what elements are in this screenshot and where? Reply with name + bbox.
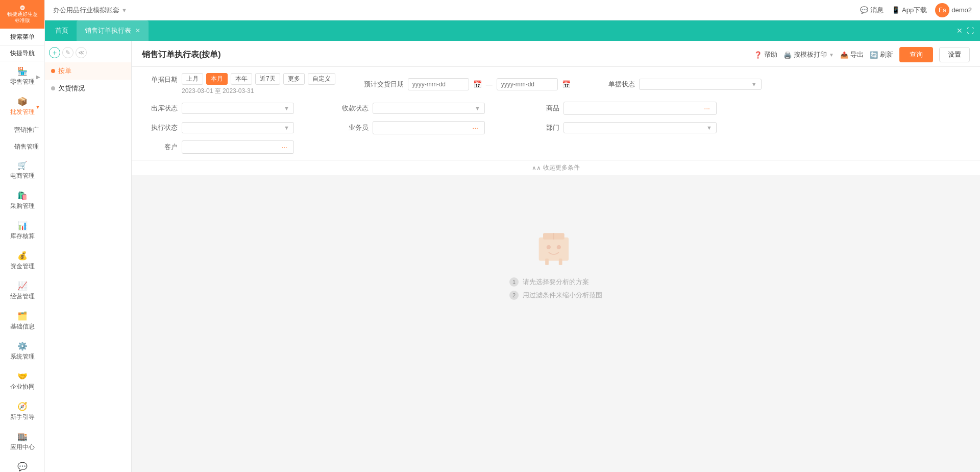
tip-text-1: 请先选择要分析的方案	[523, 277, 589, 287]
svg-rect-2	[539, 238, 569, 261]
sidebar-item-wholesale[interactable]: 📦 批发管理 ▼	[0, 91, 44, 122]
sidebar-item-system[interactable]: ⚙️ 系统管理	[0, 336, 44, 366]
left-panel-item-label: 欠货情况	[58, 84, 85, 93]
date-btn-custom[interactable]: 自定义	[308, 73, 335, 85]
sidebar-item-label: 电商管理	[10, 172, 35, 180]
sidebar-item-appstore[interactable]: 🏬 应用中心	[0, 427, 44, 457]
tip-text-2: 用过滤条件来缩小分析范围	[523, 291, 602, 300]
collapse-panel-btn[interactable]: ≪	[76, 47, 87, 58]
customer-more-icon[interactable]: ···	[279, 143, 289, 151]
sidebar-item-enterprise[interactable]: 🤝 企业协同	[0, 366, 44, 396]
sidebar-item-label: 销售管理	[14, 143, 39, 151]
payment-select[interactable]: ▼	[373, 103, 485, 114]
expected-date-end[interactable]	[497, 78, 558, 90]
staff-select[interactable]: ···	[373, 121, 485, 134]
collapse-btn[interactable]: ∧∧ 收起更多条件	[132, 160, 980, 175]
search-btn[interactable]: 查询	[899, 47, 933, 62]
outbound-dropdown-icon: ▼	[284, 105, 289, 111]
user-label: demo2	[951, 6, 972, 14]
sidebar-item-retail[interactable]: 🏪 零售管理 ▶	[0, 61, 44, 91]
add-scheme-btn[interactable]: +	[49, 47, 60, 58]
tab-expand-icon[interactable]: ⛶	[967, 27, 974, 35]
sidebar-item-label: 系统管理	[10, 352, 35, 361]
date-btn-last-month[interactable]: 上月	[182, 73, 203, 85]
refresh-btn[interactable]: 🔄 刷新	[870, 50, 893, 59]
sidebar-item-guide[interactable]: 🧭 新手引导	[0, 396, 44, 427]
header-right: 💬 消息 📱 App下载 Ea demo2	[860, 3, 972, 17]
tab-sales-order[interactable]: 销售订单执行表 ✕	[77, 20, 149, 41]
ecommerce-icon: 🛒	[17, 160, 28, 170]
export-btn[interactable]: 📤 导出	[840, 50, 864, 59]
dept-label: 部门	[524, 123, 559, 132]
inventory-icon: 📊	[17, 221, 28, 230]
edit-scheme-btn[interactable]: ✎	[62, 47, 74, 58]
sidebar-item-wechat[interactable]: 💬 企业微信	[0, 457, 44, 472]
sidebar: 财 畅捷通好生意 标准版 搜索菜单 快捷导航 🏪 零售管理 ▶ 📦 批发管理 ▼…	[0, 0, 45, 472]
dropdown-icon: ▼	[121, 7, 127, 13]
guide-icon: 🧭	[17, 402, 28, 411]
goods-select[interactable]: ···	[564, 102, 717, 115]
sidebar-item-purchase[interactable]: 🛍️ 采购管理	[0, 185, 44, 216]
sidebar-item-inventory[interactable]: 📊 库存核算	[0, 216, 44, 246]
sidebar-item-marketing[interactable]: 营销推广	[0, 122, 44, 138]
tab-home[interactable]: 首页	[47, 20, 77, 41]
sidebar-item-basic[interactable]: 🗂️ 基础信息	[0, 306, 44, 336]
sidebar-item-label: 应用中心	[10, 443, 35, 452]
tab-close-all-icon[interactable]: ✕	[957, 27, 963, 35]
message-btn[interactable]: 💬 消息	[860, 6, 884, 15]
calendar-icon-start[interactable]: 📅	[473, 80, 482, 88]
outbound-select[interactable]: ▼	[182, 103, 294, 114]
print-btn[interactable]: 🖨️ 按模板打印 ▼	[783, 50, 834, 59]
sidebar-item-label: 营销推广	[14, 126, 39, 134]
company-selector[interactable]: 办公用品行业模拟账套 ▼	[53, 6, 127, 15]
header-left: 办公用品行业模拟账套 ▼	[53, 6, 127, 15]
date-btn-more[interactable]: 更多	[283, 73, 305, 85]
sidebar-item-label: 采购管理	[10, 202, 35, 210]
payment-label: 收款状态	[333, 104, 369, 113]
outbound-label: 出库状态	[142, 104, 178, 113]
right-content: 销售订单执行表(按单) ❓ 帮助 🖨️ 按模板打印 ▼ 📤 导出	[132, 41, 980, 472]
help-btn[interactable]: ❓ 帮助	[754, 50, 777, 59]
goods-more-icon[interactable]: ···	[702, 104, 712, 112]
calendar-icon-end[interactable]: 📅	[562, 80, 571, 88]
filter-row-1: 单据日期 上月 本月 本年 近7天 更多 自定义 20	[142, 73, 970, 96]
export-label: 导出	[850, 50, 864, 59]
content-area: + ✎ ≪ 按单 欠货情况 销售订单执行表(按单) ❓ 帮助	[45, 41, 980, 472]
sidebar-item-label: 库存核算	[10, 232, 35, 241]
app-download-btn[interactable]: 📱 App下载	[892, 6, 927, 15]
sidebar-quick-nav[interactable]: 快捷导航	[0, 46, 44, 61]
left-panel-item-order[interactable]: 按单	[45, 62, 131, 80]
page-header: 销售订单执行表(按单) ❓ 帮助 🖨️ 按模板打印 ▼ 📤 导出	[132, 41, 980, 67]
sidebar-item-operation[interactable]: 📈 经营管理	[0, 276, 44, 306]
tab-bar-right: ✕ ⛶	[957, 27, 978, 35]
sidebar-item-finance[interactable]: 💰 资金管理	[0, 246, 44, 276]
sidebar-item-label: 企业协同	[10, 383, 35, 391]
filter-area: 单据日期 上月 本月 本年 近7天 更多 自定义 20	[132, 67, 980, 160]
customer-label: 客户	[142, 143, 178, 152]
page-title: 销售订单执行表(按单)	[142, 50, 221, 60]
dept-select[interactable]: ▼	[564, 122, 717, 133]
finance-icon: 💰	[17, 251, 28, 261]
date-btn-this-year[interactable]: 本年	[231, 73, 252, 85]
sidebar-search[interactable]: 搜索菜单	[0, 29, 44, 46]
date-label: 单据日期	[142, 73, 178, 84]
svg-rect-5	[545, 258, 549, 265]
sidebar-item-sales[interactable]: 销售管理	[0, 138, 44, 155]
left-panel-item-arrears[interactable]: 欠货情况	[45, 80, 131, 97]
wholesale-icon: 📦	[17, 97, 28, 106]
help-icon: ❓	[754, 51, 762, 59]
user-menu[interactable]: Ea demo2	[935, 3, 972, 17]
settings-btn[interactable]: 设置	[939, 47, 970, 62]
chevron-right-icon: ▶	[36, 74, 40, 79]
date-btn-this-month[interactable]: 本月	[206, 73, 228, 85]
expected-date-start[interactable]	[408, 78, 469, 90]
date-btn-7days[interactable]: 近7天	[255, 73, 280, 85]
sidebar-item-ecommerce[interactable]: 🛒 电商管理	[0, 155, 44, 185]
empty-tips: 1 请先选择要分析的方案 2 用过滤条件来缩小分析范围	[509, 277, 602, 300]
staff-more-icon[interactable]: ···	[470, 124, 480, 132]
status-select[interactable]: ▼	[639, 79, 762, 90]
exec-select[interactable]: ▼	[182, 122, 294, 133]
tab-home-label: 首页	[55, 26, 68, 35]
customer-select[interactable]: ···	[182, 140, 294, 154]
tab-close-icon[interactable]: ✕	[135, 27, 140, 34]
